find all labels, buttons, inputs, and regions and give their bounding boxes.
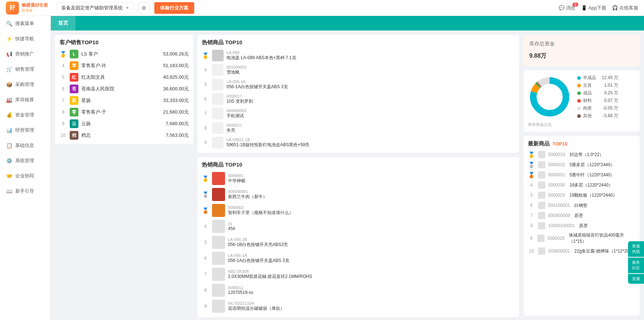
sidebar-item-system[interactable]: ⚙️ 系统管理	[0, 153, 50, 168]
purchased-info-2: 001000002 雪地靴	[227, 65, 246, 75]
system-selector[interactable]: 装备及固定资产辅助管理系统 ▼	[57, 2, 134, 14]
hot-img-1	[212, 172, 225, 185]
sidebar-item-quicknav[interactable]: ⚡ 快捷导航	[0, 31, 50, 46]
logo-text: 畅捷通好生意 标准版	[22, 3, 48, 13]
sidebar-item-corp[interactable]: 🤝 企业协同	[0, 168, 50, 184]
purchased-img-5	[212, 108, 224, 119]
rank-item-3: 5 红 红太阳文具 40,925.00元	[60, 73, 189, 82]
new-item-7: 7 000800008 原垄	[528, 212, 635, 219]
sidebar-item-operations[interactable]: 📊 经营管理	[0, 123, 50, 138]
sidebar-item-finance[interactable]: 💰 资金管理	[0, 107, 50, 123]
hot-img-6	[212, 252, 225, 265]
legend-item-4: 肉类 -0.05 万	[577, 105, 618, 111]
rank-avatar-1: L	[70, 50, 78, 58]
message-icon: 💬	[559, 5, 564, 11]
inventory-legend: 半成品 12.45 万 文具 1.01 万 成品 0	[577, 75, 618, 119]
headset-icon: 🎧	[612, 5, 618, 11]
inventory-card: 库存总资金 9.88万	[523, 35, 640, 66]
rank-avatar-8: 档	[70, 131, 78, 140]
purchased-item-3: 5 LA-056-1A 056-1A白色按键开关盖ABS 3克	[202, 79, 515, 90]
customer-service-button[interactable]: 🎧 在线客服	[612, 5, 638, 11]
hot-img-8	[212, 284, 225, 297]
legend-dot-3	[577, 99, 581, 103]
sidebar-item-sales[interactable]: 🛒 销售管理	[0, 62, 50, 77]
rank-item-4: 6 苍 苍南县人民医院 36,600.00元	[60, 85, 189, 93]
rank-avatar-3: 红	[70, 73, 78, 82]
logo: 好 畅捷通好生意 标准版	[6, 1, 57, 15]
legend-item-2: 成品 0.25 万	[577, 90, 618, 96]
legend-item-0: 半成品 12.45 万	[577, 75, 618, 81]
sidebar-label-marketing: 营销推广	[15, 51, 34, 57]
settings-button[interactable]: ⚙	[138, 2, 150, 14]
hot-medal-2: 🥈	[202, 191, 209, 198]
message-button[interactable]: 💬 消息 6	[559, 5, 575, 11]
message-badge: 6	[572, 3, 578, 7]
content-area: 首页 客户销售TOP10 🥇 L LS 客户 53,006.26	[51, 16, 644, 320]
new-item-4: 4 0000030 18多层（1220*2440）	[528, 181, 635, 189]
sidebar-item-purchase[interactable]: 📦 采购管理	[0, 77, 50, 92]
new-products-card: 最新商品 TOP10 🥇 0000033 封边带（1.0*22） 🥈	[523, 136, 640, 316]
new-item-6: 6 004100001 白钢垫	[528, 202, 635, 209]
topbar-right: 💬 消息 6 📱 App下载 🎧 在线客服	[559, 5, 638, 11]
purchase-icon: 📦	[6, 81, 12, 88]
float-buttons: 客服热线 服务社区 直播	[628, 241, 644, 284]
sidebar-label-inventory: 库存核算	[15, 97, 34, 103]
app-download-button[interactable]: 📱 App下载	[581, 5, 606, 11]
rank-amount-3: 40,925.00元	[163, 74, 189, 81]
trial-button[interactable]: 体验行业方案	[154, 2, 194, 14]
hot-info-7: NB2.0X30B 2.0X30MM双搓花轴.搓花直径2.1MM/ROHS	[228, 269, 312, 280]
rank-name-4: 苍南县人民医院	[81, 86, 160, 92]
sidebar-item-marketing[interactable]: 📢 营销推广	[0, 46, 50, 62]
sidebar-label-search: 搜索菜单	[15, 20, 34, 27]
new-item-5: 5 0000029 18颗粒板（1220*2440）	[528, 192, 635, 199]
sidebar-item-basic[interactable]: 📋 基础信息	[0, 138, 50, 153]
topbar: 好 畅捷通好生意 标准版 装备及固定资产辅助管理系统 ▼ ⚙ 体验行业方案 💬 …	[0, 0, 644, 16]
float-direct-button[interactable]: 直播	[628, 274, 644, 284]
quicknav-icon: ⚡	[6, 36, 12, 42]
hot-img-2	[212, 188, 225, 201]
purchased-img-3	[212, 79, 224, 90]
purchased-info-6: 0000021 夹壳	[227, 123, 242, 134]
inventory-chart-card: 半成品 12.45 万 文具 1.01 万 成品 0	[523, 70, 640, 132]
float-hotline-button[interactable]: 客服热线	[628, 241, 644, 257]
float-community-button[interactable]: 服务社区	[628, 258, 644, 273]
purchased-item-6: 8 0000021 夹壳	[202, 122, 515, 134]
inventory-label: 库存资金占比	[528, 122, 635, 127]
hot-item-2: 🥈 000500001 新西兰牛肉（新牛）	[202, 188, 515, 201]
purchased-item-7: 9 LA-59651-1B 59651-1B旋转投影灯电池盒ABS黑色+58壳	[202, 137, 515, 148]
customer-ranking-card: 客户销售TOP10 🥇 L LS 客户 53,006.26元 4	[55, 35, 193, 144]
hot-info-4: 01 45#	[228, 222, 235, 231]
sidebar-item-search[interactable]: 🔍 搜索菜单	[0, 16, 50, 31]
sidebar-item-inventory[interactable]: 🏭 库存核算	[0, 92, 50, 107]
sidebar-label-guide: 新手引导	[15, 188, 34, 194]
customer-ranking-title: 客户销售TOP10	[60, 39, 189, 46]
rank-item-2: 4 零 零售客户-许 51,183.00元	[60, 61, 189, 70]
donut-chart	[528, 75, 571, 119]
new-item-8: 8 10000100001 原垄	[528, 222, 635, 229]
hot-img-7	[212, 268, 225, 281]
dropdown-arrow: ▼	[126, 6, 129, 10]
purchased-info-1: LA-089 电池盖 LA-089 ABS本色+黑种 7.1克	[227, 50, 296, 61]
new-item-10: 10 003800001 22g鱼豆腐-烧烤味（1*12*20）	[528, 247, 635, 255]
corp-icon: 🤝	[6, 173, 12, 179]
topbar-center: 装备及固定资产辅助管理系统 ▼ ⚙ 体验行业方案	[57, 2, 559, 14]
rank-avatar-6: 零	[70, 108, 78, 116]
hot-info-3: 0000002 智利车子里（规格不知道填什么）	[228, 205, 293, 216]
legend-dot-1	[577, 84, 581, 87]
right-panel: 库存总资金 9.88万	[523, 35, 640, 316]
rank-item-6: 8 零 零售客户-于 21,680.00元	[60, 108, 189, 116]
sidebar-label-corp: 企业协同	[15, 173, 34, 179]
hot-products-title: 热销商品 TOP10	[202, 161, 515, 168]
tab-home[interactable]: 首页	[51, 16, 76, 30]
new-products-title: 最新商品 TOP10	[528, 140, 635, 147]
middle-panel: 热销商品 TOP10 🥇 LA-089 电池盖 LA-089 ABS本色+黑种 …	[197, 35, 519, 316]
new-img-9	[537, 235, 545, 242]
new-img-5	[538, 192, 545, 199]
donut-section: 半成品 12.45 万 文具 1.01 万 成品 0	[528, 75, 635, 119]
legend-dot-5	[577, 114, 581, 118]
hot-info-9: KK-SD22110H 花语萌恒温分罐罐袋（厚款）	[228, 301, 285, 312]
purchased-img-1	[212, 50, 224, 61]
hot-item-9: 9 KK-SD22110H 花语萌恒温分罐罐袋（厚款）	[202, 300, 515, 313]
sidebar-label-system: 系统管理	[15, 157, 34, 164]
sidebar-item-guide[interactable]: 📖 新手引导	[0, 184, 50, 199]
